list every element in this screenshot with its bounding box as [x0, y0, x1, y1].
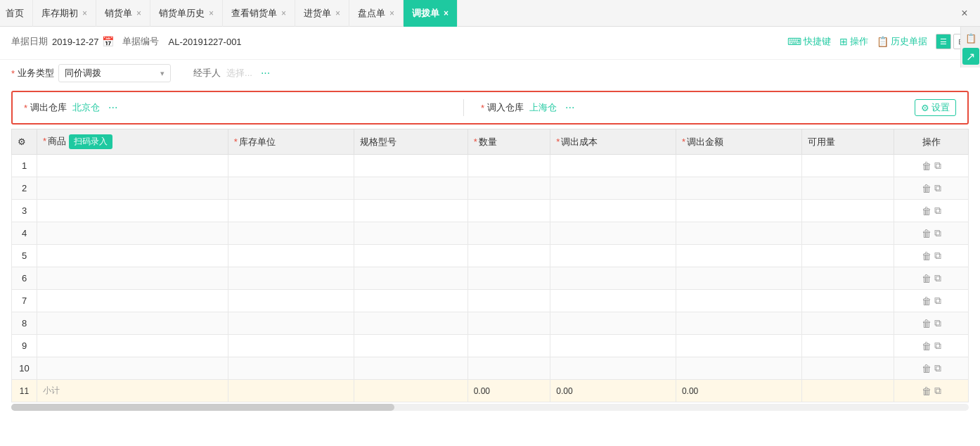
- tab-home[interactable]: 首页: [6, 0, 33, 27]
- tab-close-view-sales[interactable]: ×: [281, 8, 286, 18]
- product-cell-6[interactable]: [37, 267, 228, 290]
- amount-cell-8[interactable]: [676, 312, 801, 335]
- product-cell-8[interactable]: [37, 312, 228, 335]
- layout-list-icon[interactable]: ☰: [936, 34, 951, 49]
- qty-cell-8[interactable]: [468, 312, 550, 335]
- qty-cell-7[interactable]: [468, 290, 550, 312]
- cost-cell-7[interactable]: [550, 290, 676, 312]
- warehouse-out-value[interactable]: 北京仓: [72, 101, 100, 114]
- unit-cell-9[interactable]: [228, 335, 354, 357]
- qty-cell-4[interactable]: [468, 222, 550, 245]
- tab-inventory-init[interactable]: 库存期初 ×: [33, 0, 96, 27]
- cost-cell-1[interactable]: [550, 155, 676, 177]
- qty-cell-2[interactable]: [468, 177, 550, 200]
- tab-close-inventory-count[interactable]: ×: [389, 8, 394, 18]
- delete-icon-1[interactable]: 🗑: [922, 160, 931, 172]
- unit-cell-6[interactable]: [228, 267, 354, 290]
- cost-cell-4[interactable]: [550, 222, 676, 245]
- tab-close-sales-order[interactable]: ×: [136, 8, 141, 18]
- scrollbar-thumb[interactable]: [11, 404, 394, 411]
- history-btn[interactable]: 📋 历史单据: [877, 35, 927, 48]
- delete-icon-2[interactable]: 🗑: [922, 183, 931, 194]
- tab-inventory-count[interactable]: 盘点单 ×: [349, 0, 404, 27]
- spec-cell-3[interactable]: [354, 200, 468, 222]
- spec-cell-7[interactable]: [354, 290, 468, 312]
- sidebar-export-icon[interactable]: ↗: [962, 48, 979, 65]
- cost-cell-6[interactable]: [550, 267, 676, 290]
- delete-icon-7[interactable]: 🗑: [922, 295, 931, 307]
- unit-cell-10[interactable]: [228, 357, 354, 380]
- copy-icon-10[interactable]: ⧉: [934, 362, 941, 374]
- product-cell-4[interactable]: [37, 222, 228, 245]
- tab-sales-history[interactable]: 销货单历史 ×: [150, 0, 223, 27]
- date-value[interactable]: 2019-12-27: [52, 37, 99, 47]
- copy-icon-5[interactable]: ⧉: [934, 250, 941, 262]
- product-cell-3[interactable]: [37, 200, 228, 222]
- unit-cell-4[interactable]: [228, 222, 354, 245]
- qty-cell-9[interactable]: [468, 335, 550, 357]
- biz-type-select[interactable]: 同价调拨 ▾: [58, 64, 171, 82]
- th-settings[interactable]: ⚙: [12, 129, 37, 155]
- sidebar-note-icon[interactable]: 📋: [962, 30, 979, 46]
- unit-cell-8[interactable]: [228, 312, 354, 335]
- person-more-icon[interactable]: ···: [261, 67, 270, 79]
- delete-icon-5[interactable]: 🗑: [922, 250, 931, 262]
- cost-cell-2[interactable]: [550, 177, 676, 200]
- qty-cell-6[interactable]: [468, 267, 550, 290]
- amount-cell-10[interactable]: [676, 357, 801, 380]
- delete-icon-4[interactable]: 🗑: [922, 228, 931, 239]
- scan-entry-button[interactable]: 扫码录入: [69, 134, 112, 149]
- spec-cell-4[interactable]: [354, 222, 468, 245]
- horizontal-scrollbar[interactable]: [11, 404, 969, 411]
- settings-button[interactable]: ⚙ 设置: [915, 99, 956, 116]
- person-select[interactable]: 选择...: [226, 67, 252, 79]
- amount-cell-1[interactable]: [676, 155, 801, 177]
- copy-icon-9[interactable]: ⧉: [934, 340, 941, 352]
- copy-icon-11[interactable]: ⧉: [934, 385, 941, 397]
- cost-cell-9[interactable]: [550, 335, 676, 357]
- cost-cell-10[interactable]: [550, 357, 676, 380]
- spec-cell-10[interactable]: [354, 357, 468, 380]
- copy-icon-7[interactable]: ⧉: [934, 295, 941, 307]
- amount-cell-2[interactable]: [676, 177, 801, 200]
- copy-icon-2[interactable]: ⧉: [934, 182, 941, 194]
- tab-transfer-order[interactable]: 调拨单 ×: [404, 0, 458, 27]
- copy-icon-1[interactable]: ⧉: [934, 160, 941, 172]
- product-cell-2[interactable]: [37, 177, 228, 200]
- operation-btn[interactable]: ⊞ 操作: [839, 35, 868, 48]
- amount-cell-6[interactable]: [676, 267, 801, 290]
- spec-cell-6[interactable]: [354, 267, 468, 290]
- amount-cell-7[interactable]: [676, 290, 801, 312]
- unit-cell-1[interactable]: [228, 155, 354, 177]
- warehouse-in-more-icon[interactable]: ···: [565, 101, 574, 114]
- qty-cell-10[interactable]: [468, 357, 550, 380]
- copy-icon-6[interactable]: ⧉: [934, 272, 941, 284]
- warehouse-out-more-icon[interactable]: ···: [108, 101, 117, 114]
- unit-cell-2[interactable]: [228, 177, 354, 200]
- product-cell-10[interactable]: [37, 357, 228, 380]
- delete-icon-9[interactable]: 🗑: [922, 340, 931, 352]
- product-cell-9[interactable]: [37, 335, 228, 357]
- delete-icon-8[interactable]: 🗑: [922, 318, 931, 329]
- amount-cell-4[interactable]: [676, 222, 801, 245]
- tab-close-transfer-order[interactable]: ×: [444, 8, 449, 18]
- tab-close-inventory-init[interactable]: ×: [82, 8, 87, 18]
- copy-icon-8[interactable]: ⧉: [934, 317, 941, 329]
- copy-icon-3[interactable]: ⧉: [934, 205, 941, 217]
- cost-cell-5[interactable]: [550, 245, 676, 267]
- delete-icon-10[interactable]: 🗑: [922, 363, 931, 374]
- amount-cell-9[interactable]: [676, 335, 801, 357]
- cost-cell-8[interactable]: [550, 312, 676, 335]
- tab-close-purchase-order[interactable]: ×: [335, 8, 340, 18]
- delete-icon-6[interactable]: 🗑: [922, 273, 931, 284]
- spec-cell-9[interactable]: [354, 335, 468, 357]
- qty-cell-5[interactable]: [468, 245, 550, 267]
- calendar-icon[interactable]: 📅: [102, 36, 114, 47]
- qty-cell-3[interactable]: [468, 200, 550, 222]
- amount-cell-3[interactable]: [676, 200, 801, 222]
- window-close-button[interactable]: ×: [955, 4, 974, 23]
- amount-cell-5[interactable]: [676, 245, 801, 267]
- unit-cell-3[interactable]: [228, 200, 354, 222]
- shortcut-btn[interactable]: ⌨ 快捷键: [787, 35, 831, 48]
- product-cell-7[interactable]: [37, 290, 228, 312]
